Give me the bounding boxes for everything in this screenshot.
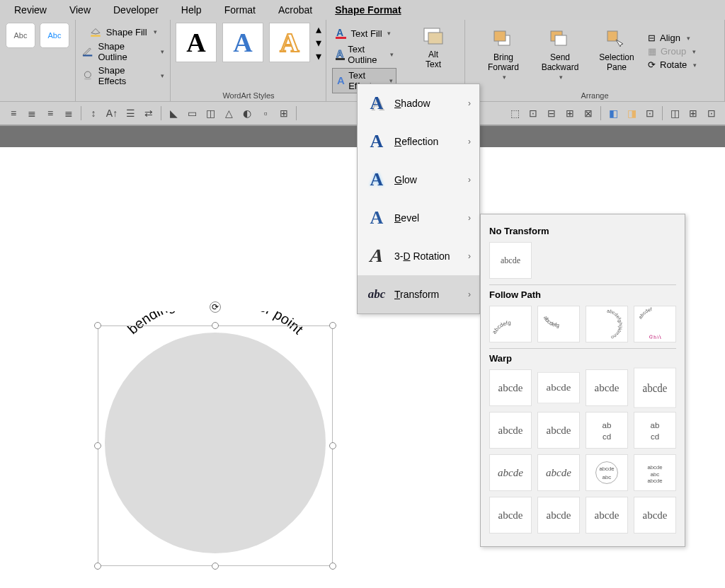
wordart-preset-3[interactable]: A	[269, 23, 310, 62]
rotate-button[interactable]: ⟳Rotate	[648, 59, 697, 70]
fx-bevel[interactable]: A Bevel›	[358, 199, 479, 237]
send-backward-button[interactable]: Send Backward	[535, 27, 586, 81]
tab-view[interactable]: View	[58, 1, 102, 18]
follow-path-arch-down[interactable]: abcdefg	[537, 306, 580, 342]
warp-8[interactable]: abcd	[634, 412, 676, 449]
fx-shadow[interactable]: A Shadow›	[358, 84, 479, 122]
selected-shape[interactable]: bending a text in power point ⟳	[98, 325, 333, 566]
align-button[interactable]: ⊟Align	[648, 33, 690, 43]
svg-text:A: A	[337, 74, 345, 86]
qat-btn[interactable]: ≣	[24, 105, 40, 121]
warp-4[interactable]: abcde	[634, 367, 676, 408]
resize-handle-tl[interactable]	[94, 322, 101, 329]
qat-btn[interactable]: ⊞	[685, 105, 701, 121]
qat-btn[interactable]: ▭	[184, 105, 200, 121]
text-outline-button[interactable]: A Text Outline	[332, 42, 396, 67]
fx-reflection[interactable]: A Reflection›	[358, 122, 479, 161]
transform-none[interactable]: abcde	[489, 242, 532, 279]
wordart-preset-2[interactable]: A	[222, 23, 263, 62]
tab-format[interactable]: Format	[213, 1, 267, 18]
svg-text:abc: abc	[651, 471, 660, 478]
qat-btn[interactable]: △	[221, 105, 236, 121]
alt-text-button[interactable]: Alt Text	[408, 24, 459, 69]
svg-text:ab: ab	[603, 420, 612, 430]
shape-preset-1[interactable]: Abc	[6, 23, 35, 48]
tab-help[interactable]: Help	[170, 1, 213, 18]
follow-path-circle[interactable]: abcdefghijklmno	[586, 306, 628, 342]
qat-btn[interactable]: ≡	[6, 105, 21, 121]
follow-path-button[interactable]: abcdefG h i j	[634, 306, 676, 342]
qat-btn[interactable]: ⊡	[642, 105, 658, 121]
follow-path-arch-up[interactable]: abcdefg	[489, 306, 532, 342]
resize-handle-r[interactable]	[329, 442, 336, 449]
tab-shape-format[interactable]: Shape Format	[324, 1, 412, 18]
tab-developer[interactable]: Developer	[102, 1, 170, 18]
svg-text:cd: cd	[603, 432, 611, 441]
selection-pane-button[interactable]: Selection Pane	[591, 27, 642, 81]
qat-btn[interactable]: ≡	[42, 105, 58, 121]
fx-3d-rotation[interactable]: A 3-D Rotation›	[358, 237, 479, 275]
text-outline-label: Text Outline	[348, 44, 385, 65]
warp-1[interactable]: abcde	[489, 369, 532, 406]
tab-review[interactable]: Review	[3, 1, 58, 18]
wordart-row-up-icon[interactable]: ▴	[316, 23, 321, 36]
text-fill-label: Text Fill	[350, 28, 382, 39]
wordart-preset-1[interactable]: A	[176, 23, 217, 62]
bring-forward-button[interactable]: Bring Forward	[478, 27, 529, 81]
qat-btn[interactable]: ◫	[667, 105, 683, 121]
fx-glow[interactable]: A Glow›	[358, 161, 479, 199]
tab-acrobat[interactable]: Acrobat	[267, 1, 324, 18]
warp-7[interactable]: abcd	[586, 412, 628, 449]
qat-btn[interactable]: ▫	[258, 105, 273, 121]
wordart-more-icon[interactable]: ▾	[316, 50, 321, 63]
heading-warp: Warp	[489, 353, 676, 364]
shape-effects-button[interactable]: Shape Effects	[81, 65, 164, 86]
resize-handle-t[interactable]	[212, 322, 219, 329]
warp-9[interactable]: abcde	[489, 454, 532, 491]
resize-handle-bl[interactable]	[94, 563, 101, 570]
selection-pane-label: Selection Pane	[599, 52, 634, 72]
shape-outline-button[interactable]: Shape Outline	[81, 41, 164, 62]
warp-12[interactable]: abcdeabcabcde	[634, 454, 676, 491]
shape-fill-button[interactable]: Shape Fill	[89, 25, 157, 38]
qat-btn[interactable]: ⊟	[544, 105, 559, 121]
qat-btn[interactable]: ⊡	[525, 105, 541, 121]
resize-handle-b[interactable]	[212, 563, 219, 570]
svg-rect-0	[91, 35, 101, 37]
qat-btn[interactable]: ⊞	[562, 105, 578, 121]
warp-2[interactable]: abcde	[537, 372, 580, 403]
qat-btn[interactable]: ≣	[61, 105, 76, 121]
resize-handle-tr[interactable]	[329, 322, 336, 329]
warp-14[interactable]: abcde	[537, 497, 580, 534]
qat-btn[interactable]: ⇄	[141, 105, 156, 121]
qat-btn[interactable]: ◫	[202, 105, 218, 121]
shadow-icon: A	[366, 93, 387, 114]
text-fill-button[interactable]: A Text Fill	[332, 25, 393, 41]
group-button[interactable]: ▦Group	[648, 46, 696, 57]
warp-15[interactable]: abcde	[586, 497, 628, 534]
fx-transform[interactable]: abc Transform›	[358, 275, 479, 313]
resize-handle-br[interactable]	[329, 563, 336, 570]
qat-btn[interactable]: ☰	[122, 105, 138, 121]
warp-5[interactable]: abcde	[489, 412, 532, 449]
qat-btn[interactable]: ⊡	[704, 105, 719, 121]
wordart-row-down-icon[interactable]: ▾	[316, 36, 321, 50]
warp-11[interactable]: abcdeabc	[586, 454, 628, 491]
qat-btn[interactable]: ↕	[86, 105, 101, 121]
qat-btn[interactable]: ◧	[605, 105, 621, 121]
warp-6[interactable]: abcde	[537, 412, 580, 449]
qat-btn[interactable]: ⬚	[507, 105, 523, 121]
qat-btn[interactable]: ◣	[166, 105, 181, 121]
warp-16[interactable]: abcde	[634, 497, 676, 534]
qat-btn[interactable]: ⊞	[276, 105, 292, 121]
resize-handle-l[interactable]	[94, 442, 101, 449]
warp-3[interactable]: abcde	[586, 369, 628, 406]
shape-preset-2[interactable]: Abc	[40, 23, 69, 48]
qat-btn[interactable]: ◐	[239, 105, 255, 121]
rotation-handle[interactable]: ⟳	[210, 301, 221, 313]
qat-btn[interactable]: ⊠	[581, 105, 596, 121]
warp-13[interactable]: abcde	[489, 497, 532, 534]
warp-10[interactable]: abcde	[537, 454, 580, 491]
qat-btn[interactable]: ◨	[624, 105, 639, 121]
qat-btn[interactable]: A↑	[104, 105, 120, 121]
